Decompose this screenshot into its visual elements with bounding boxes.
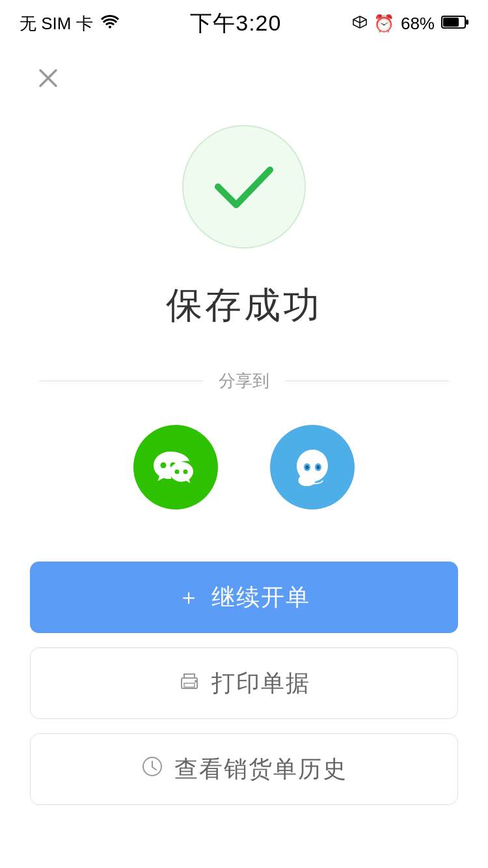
divider-line-left [39, 381, 203, 381]
print-receipt-button[interactable]: 打印单据 [30, 647, 458, 719]
clock-icon [141, 755, 164, 783]
svg-point-12 [316, 465, 319, 469]
plus-icon: ＋ [178, 582, 201, 612]
share-icons-row [133, 425, 355, 509]
svg-point-11 [305, 465, 308, 469]
share-label: 分享到 [203, 370, 285, 392]
status-left: 无 SIM 卡 [20, 12, 119, 35]
action-buttons: ＋ 继续开单 打印单据 查看销货单历史 [0, 562, 488, 805]
status-right: ⏰ 68% [353, 14, 468, 34]
alarm-icon: ⏰ [373, 14, 394, 34]
view-history-button[interactable]: 查看销货单历史 [30, 733, 458, 805]
continue-order-button[interactable]: ＋ 继续开单 [30, 562, 458, 633]
view-history-label: 查看销货单历史 [174, 753, 347, 785]
battery-icon [441, 14, 468, 34]
svg-rect-2 [443, 18, 459, 27]
status-time: 下午3:20 [190, 8, 281, 38]
wechat-share-button[interactable] [133, 425, 218, 509]
success-title: 保存成功 [166, 281, 322, 331]
svg-point-8 [183, 469, 187, 474]
close-button[interactable] [29, 59, 68, 98]
battery-text: 68% [401, 14, 435, 34]
svg-rect-14 [184, 683, 195, 687]
svg-point-7 [174, 469, 179, 474]
share-divider: 分享到 [0, 370, 488, 392]
qq-share-button[interactable] [270, 425, 355, 509]
status-bar: 无 SIM 卡 下午3:20 ⏰ 68% [0, 0, 488, 47]
success-icon-circle [182, 125, 306, 249]
print-receipt-label: 打印单据 [211, 668, 310, 699]
wifi-icon [101, 14, 119, 33]
main-content: 保存成功 分享到 [0, 47, 488, 805]
location-icon [353, 14, 367, 34]
svg-rect-1 [466, 20, 468, 25]
divider-line-right [285, 381, 449, 381]
printer-icon [178, 669, 201, 698]
continue-order-label: 继续开单 [211, 582, 310, 614]
carrier-text: 无 SIM 卡 [20, 12, 93, 35]
svg-point-5 [160, 462, 166, 468]
svg-point-15 [195, 680, 197, 683]
